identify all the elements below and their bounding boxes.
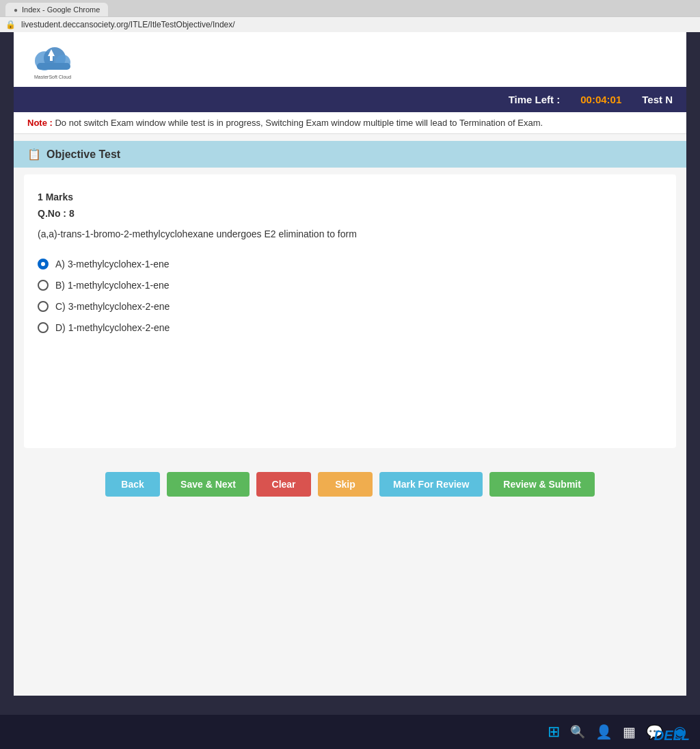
radio-a[interactable] — [38, 259, 49, 270]
taskbar-icon-2[interactable]: ▦ — [623, 724, 636, 740]
note-prefix: Note : — [27, 118, 53, 128]
save-next-button[interactable]: Save & Next — [167, 472, 250, 497]
radio-d[interactable] — [38, 322, 49, 333]
dell-logo: DELL — [654, 728, 690, 744]
question-area: 1 Marks Q.No : 8 (a,a)-trans-1-bromo-2-m… — [24, 174, 676, 448]
search-taskbar-icon[interactable]: 🔍 — [570, 724, 585, 739]
lock-icon: 🔒 — [5, 20, 16, 29]
svg-rect-5 — [50, 55, 53, 61]
tab-icon: ● — [14, 6, 18, 14]
mark-review-button[interactable]: Mark For Review — [379, 472, 483, 497]
windows-start-icon[interactable]: ⊞ — [548, 723, 560, 741]
option-c-label: C) 3-methylcyclohex-2-ene — [55, 301, 170, 312]
option-c[interactable]: C) 3-methylcyclohex-2-ene — [38, 301, 662, 312]
review-submit-button[interactable]: Review & Submit — [489, 472, 595, 497]
option-b[interactable]: B) 1-methylcyclohex-1-ene — [38, 280, 662, 291]
option-d[interactable]: D) 1-methylcyclohex-2-ene — [38, 322, 662, 333]
buttons-row: Back Save & Next Clear Skip Mark For Rev… — [14, 455, 686, 514]
url-text: livestudent.deccansociety.org/ITLE/ItleT… — [21, 20, 695, 29]
time-left-label: Time Left : — [509, 94, 561, 105]
question-number: Q.No : 8 — [38, 208, 662, 219]
svg-rect-3 — [37, 63, 70, 70]
note-bar: Note : Do not switch Exam window while t… — [14, 112, 686, 134]
timer-bar: Time Left : 00:04:01 Test N — [14, 87, 686, 112]
timer-value: 00:04:01 — [580, 94, 621, 105]
options-list: A) 3-methylcyclohex-1-ene B) 1-methylcyc… — [38, 259, 662, 333]
clear-button[interactable]: Clear — [256, 472, 311, 497]
note-text: Do not switch Exam window while test is … — [55, 118, 543, 128]
section-title: Objective Test — [46, 148, 120, 161]
section-header: 📋 Objective Test — [14, 141, 686, 168]
option-a[interactable]: A) 3-methylcyclohex-1-ene — [38, 259, 662, 270]
taskbar-icon-1[interactable]: 👤 — [595, 724, 612, 740]
radio-b[interactable] — [38, 280, 49, 291]
option-a-label: A) 3-methylcyclohex-1-ene — [55, 259, 170, 270]
browser-tab[interactable]: ● Index - Google Chrome — [5, 3, 108, 16]
svg-text:MasterSoft Cloud: MasterSoft Cloud — [34, 75, 71, 79]
question-text: (a,a)-trans-1-bromo-2-methylcyclohexane … — [38, 227, 662, 241]
radio-c[interactable] — [38, 301, 49, 312]
logo-svg: MasterSoft Cloud — [27, 39, 75, 80]
header-logo-area: MasterSoft Cloud — [14, 32, 686, 87]
address-bar: 🔒 livestudent.deccansociety.org/ITLE/Itl… — [0, 16, 700, 32]
test-label: Test N — [642, 94, 673, 105]
section-icon: 📋 — [27, 148, 41, 161]
marks-info: 1 Marks — [38, 192, 662, 202]
back-button[interactable]: Back — [105, 472, 160, 497]
option-d-label: D) 1-methylcyclohex-2-ene — [55, 322, 170, 333]
skip-button[interactable]: Skip — [318, 472, 373, 497]
option-b-label: B) 1-methylcyclohex-1-ene — [55, 280, 170, 291]
tab-title: Index - Google Chrome — [22, 5, 100, 14]
taskbar: ⊞ 🔍 👤 ▦ 💬 ◉ DELL — [0, 715, 700, 749]
